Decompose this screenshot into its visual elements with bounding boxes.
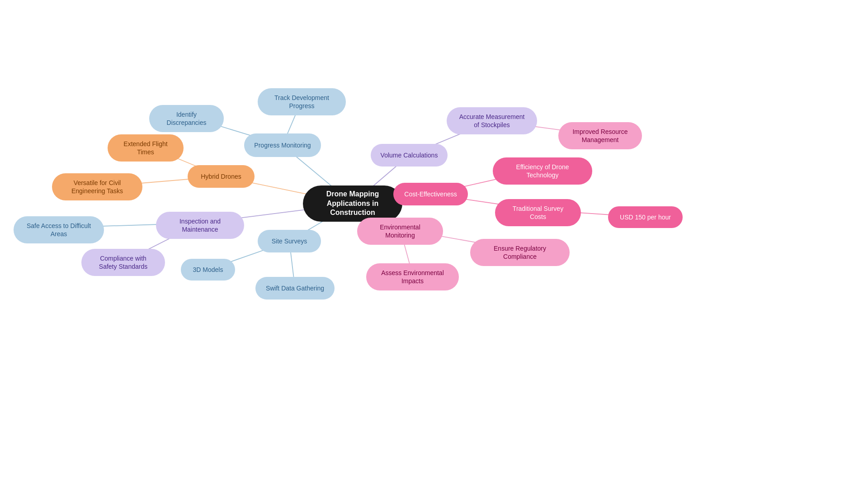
node-compliance-safety: Compliance with Safety Standards xyxy=(81,249,165,276)
node-hybrid-drones: Hybrid Drones xyxy=(188,165,255,188)
node-3d-models: 3D Models xyxy=(181,259,235,281)
node-cost-effectiveness: Cost-Effectiveness xyxy=(393,183,468,205)
node-progress-monitoring: Progress Monitoring xyxy=(244,133,321,157)
node-safe-access: Safe Access to Difficult Areas xyxy=(14,216,104,243)
node-assess-environmental: Assess Environmental Impacts xyxy=(366,263,459,290)
node-ensure-regulatory: Ensure Regulatory Compliance xyxy=(470,239,570,266)
node-environmental-monitoring: Environmental Monitoring xyxy=(357,218,443,245)
node-traditional-survey: Traditional Survey Costs xyxy=(495,199,581,226)
node-accurate-measurement: Accurate Measurement of Stockpiles xyxy=(447,107,537,134)
node-site-surveys: Site Surveys xyxy=(258,230,321,252)
node-swift-data: Swift Data Gathering xyxy=(255,277,335,300)
node-identify-discrepancies: Identify Discrepancies xyxy=(149,105,224,132)
node-extended-flight: Extended Flight Times xyxy=(108,134,184,162)
node-efficiency-drone: Efficiency of Drone Technology xyxy=(493,157,592,185)
node-volume-calculations: Volume Calculations xyxy=(371,144,448,167)
connections-svg xyxy=(0,0,868,490)
node-versatile-civil: Versatile for Civil Engineering Tasks xyxy=(52,173,142,200)
mindmap-container: Drone Mapping Applications in Constructi… xyxy=(0,0,868,490)
node-track-development: Track Development Progress xyxy=(258,88,346,115)
node-usd-150: USD 150 per hour xyxy=(608,206,683,228)
node-center: Drone Mapping Applications in Constructi… xyxy=(303,186,402,222)
node-improved-resource: Improved Resource Management xyxy=(558,122,642,149)
node-inspection-maintenance: Inspection and Maintenance xyxy=(156,212,244,239)
